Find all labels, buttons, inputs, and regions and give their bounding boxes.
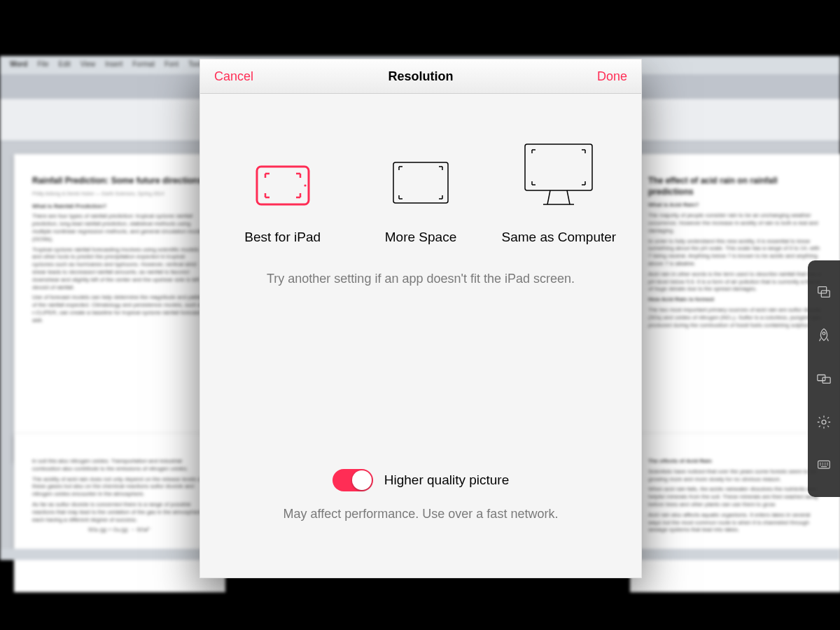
jump-side-toolbar [808,260,840,497]
svg-rect-18 [393,162,448,203]
higher-quality-label: Higher quality picture [384,472,509,488]
higher-quality-switch[interactable] [332,469,373,491]
svg-rect-0 [818,287,827,293]
option-more-space[interactable]: More Space [355,143,486,245]
ipad-icon [255,143,310,206]
doc-page: Rainfall Prediction: Some future directi… [14,154,225,462]
gear-icon[interactable] [816,414,832,430]
svg-rect-19 [525,144,592,190]
cancel-button[interactable]: Cancel [214,69,263,84]
option-label: Best for iPad [244,230,321,245]
svg-rect-1 [821,290,830,297]
resolution-options: Best for iPad More Space [200,94,641,252]
sheet-title: Resolution [263,69,578,84]
svg-point-5 [822,420,826,424]
monitor-icon [522,143,595,206]
svg-point-17 [304,184,306,186]
screen-medium-icon [391,143,451,206]
windows-icon[interactable] [816,284,832,300]
svg-rect-16 [257,167,309,204]
doc-page: in soil this also nitrogen oxides. Trans… [14,434,225,592]
sheet-header: Cancel Resolution Done [200,59,641,94]
option-same-as-computer[interactable]: Same as Computer [493,143,624,245]
option-label: More Space [385,230,456,245]
quality-section: Higher quality picture May affect perfor… [200,469,641,578]
options-helper-text: Try another setting if an app doesn't fi… [200,272,641,286]
option-label: Same as Computer [501,230,616,245]
screens-icon[interactable] [816,370,832,387]
rocket-icon[interactable] [816,327,832,344]
svg-point-2 [822,332,825,335]
done-button[interactable]: Done [578,69,627,84]
keyboard-icon[interactable] [816,457,832,474]
option-best-for-ipad[interactable]: Best for iPad [217,143,348,245]
resolution-sheet: Cancel Resolution Done Best for iPad [200,59,642,578]
quality-helper-text: May affect performance. Use over a fast … [284,507,559,522]
svg-rect-6 [818,461,830,468]
